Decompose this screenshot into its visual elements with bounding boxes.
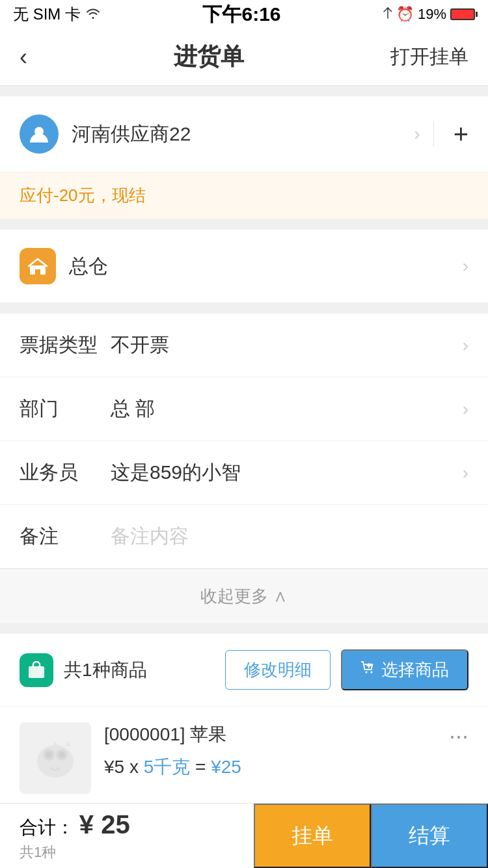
- product-qty: 5千克: [144, 757, 191, 777]
- form-section: 票据类型 不开票 部门 总 部 业务员 这是859的小智 备注 备注内容 收起更…: [0, 314, 488, 623]
- remark-input[interactable]: 备注内容: [111, 523, 468, 550]
- product-info: [0000001] 苹果 ¥5 x 5千克 = ¥25: [104, 722, 442, 780]
- gap-1: [0, 86, 488, 96]
- status-right: ⏰ 19%: [383, 6, 475, 23]
- select-product-button[interactable]: 选择商品: [341, 649, 468, 690]
- collapse-label: 收起更多 ∧: [200, 585, 287, 608]
- supplier-name: 河南供应商22: [72, 121, 414, 148]
- warehouse-row[interactable]: 总仓: [0, 230, 488, 303]
- invoice-row[interactable]: 票据类型 不开票: [0, 314, 488, 377]
- product-item: [0000001] 苹果 ¥5 x 5千克 = ¥25 ···: [0, 707, 488, 810]
- sales-chevron-icon: [463, 463, 468, 483]
- svg-point-5: [366, 671, 368, 673]
- warehouse-value: 总仓: [69, 253, 463, 280]
- bottom-bar: 合计： ¥ 25 共1种 挂单 结算: [0, 803, 488, 868]
- total-amount: ¥ 25: [79, 810, 130, 839]
- supplier-row[interactable]: 河南供应商22 +: [0, 96, 488, 172]
- cart-icon: [360, 660, 376, 680]
- carrier-label: 无 SIM 卡: [13, 4, 81, 25]
- status-left: 无 SIM 卡: [13, 4, 100, 25]
- collapse-button[interactable]: 收起更多 ∧: [0, 569, 488, 623]
- sales-value: 这是859的小智: [111, 459, 463, 486]
- invoice-chevron-icon: [463, 335, 468, 356]
- total-row: 合计： ¥ 25: [20, 810, 234, 840]
- products-header: 共1种商品 修改明细 选择商品: [0, 634, 488, 707]
- open-suspend-button[interactable]: 打开挂单: [390, 44, 468, 70]
- unit-price: ¥5: [104, 757, 124, 777]
- gap-4: [0, 623, 488, 634]
- back-button[interactable]: ‹: [20, 44, 27, 71]
- notice-text: 应付-20元，现结: [20, 185, 146, 205]
- status-bar: 无 SIM 卡 下午6:16 ⏰ 19%: [0, 0, 488, 29]
- battery-percent: 19%: [418, 6, 446, 23]
- warehouse-icon: [20, 248, 56, 284]
- dept-value: 总 部: [111, 396, 463, 422]
- total-label: 合计：: [20, 817, 74, 837]
- remark-label: 备注: [20, 523, 111, 550]
- product-price: ¥5 x 5千克 = ¥25: [104, 755, 442, 780]
- supplier-section: 河南供应商22 + 应付-20元，现结: [0, 96, 488, 219]
- product-thumbnail: [20, 722, 91, 794]
- gap-2: [0, 219, 488, 230]
- dept-row[interactable]: 部门 总 部: [0, 377, 488, 441]
- invoice-label: 票据类型: [20, 332, 111, 359]
- sales-row[interactable]: 业务员 这是859的小智: [0, 441, 488, 505]
- product-title: 苹果: [190, 724, 226, 744]
- page-title: 进货单: [174, 41, 244, 73]
- notice-bar: 应付-20元，现结: [0, 172, 488, 219]
- products-section: 共1种商品 修改明细 选择商品: [0, 634, 488, 810]
- total-section: 合计： ¥ 25 共1种: [0, 804, 254, 868]
- svg-point-9: [37, 745, 74, 778]
- svg-point-6: [371, 671, 373, 673]
- svg-rect-4: [29, 666, 44, 678]
- dept-label: 部门: [20, 396, 111, 422]
- time-label: 下午6:16: [202, 1, 280, 28]
- product-more-button[interactable]: ···: [442, 722, 468, 750]
- suspend-button[interactable]: 挂单: [254, 804, 371, 868]
- edit-detail-button[interactable]: 修改明细: [225, 650, 331, 690]
- remark-row[interactable]: 备注 备注内容: [0, 505, 488, 569]
- products-icon: [20, 653, 53, 687]
- supplier-chevron-icon: [414, 124, 420, 144]
- warehouse-section[interactable]: 总仓: [0, 230, 488, 303]
- nav-bar: ‹ 进货单 打开挂单: [0, 29, 488, 86]
- product-total: ¥25: [211, 757, 241, 777]
- invoice-value: 不开票: [111, 332, 463, 359]
- svg-point-13: [59, 752, 65, 758]
- svg-point-12: [46, 752, 52, 758]
- supplier-avatar: [20, 115, 59, 154]
- gap-3: [0, 303, 488, 314]
- alarm-icon: ⏰: [396, 6, 414, 23]
- battery-icon: [450, 8, 475, 20]
- checkout-button[interactable]: 结算: [371, 804, 488, 868]
- svg-marker-14: [53, 741, 58, 746]
- warehouse-chevron-icon: [463, 256, 468, 277]
- dept-chevron-icon: [463, 399, 468, 420]
- products-count: 共1种商品: [64, 658, 225, 683]
- add-supplier-button[interactable]: +: [433, 121, 468, 147]
- sales-label: 业务员: [20, 459, 111, 486]
- wifi-icon: [86, 5, 100, 23]
- total-count: 共1种: [20, 843, 234, 862]
- svg-rect-3: [35, 269, 40, 275]
- product-code: [0000001]: [104, 724, 185, 744]
- product-name: [0000001] 苹果: [104, 722, 442, 747]
- svg-marker-15: [66, 741, 71, 746]
- select-product-label: 选择商品: [381, 658, 449, 681]
- location-icon: [383, 6, 392, 23]
